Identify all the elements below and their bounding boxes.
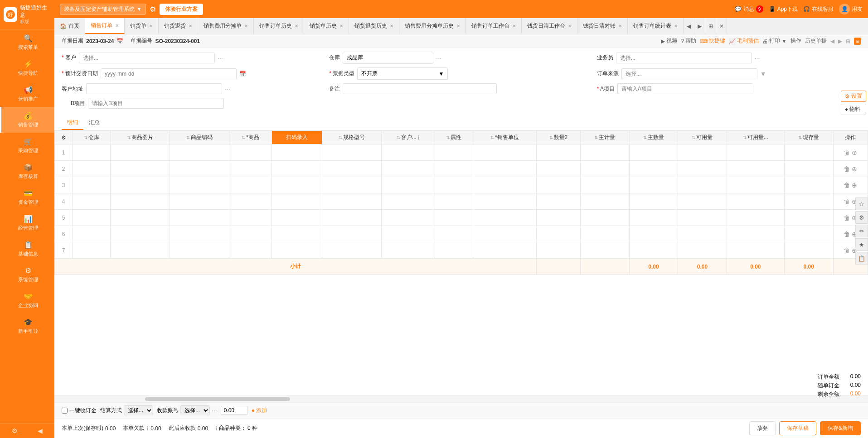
cell-main-qty[interactable]	[629, 161, 678, 177]
delete-row-icon[interactable]: 🗑	[844, 231, 850, 238]
delete-row-icon[interactable]: 🗑	[844, 247, 850, 254]
cell-available-qty2[interactable]	[727, 210, 784, 226]
tab-close-icon[interactable]: ✕	[674, 24, 678, 29]
cell-customer-code[interactable]	[382, 242, 435, 259]
cell-attr[interactable]	[435, 161, 473, 177]
tab-summary[interactable]: 汇总	[83, 116, 105, 130]
cell-spec[interactable]	[322, 144, 382, 161]
cell-available-qty2[interactable]	[727, 161, 784, 177]
sidebar-item-base-info[interactable]: 📋 基础信息	[0, 236, 54, 262]
cell-product-image[interactable]	[111, 193, 170, 210]
cell-customer-code[interactable]	[382, 226, 435, 242]
cell-attr[interactable]	[435, 193, 473, 210]
sidebar-item-system[interactable]: ⚙ 系统管理	[0, 262, 54, 288]
cell-product-image[interactable]	[111, 210, 170, 226]
cell-main-unit[interactable]	[581, 226, 630, 242]
cell-qty2[interactable]	[536, 226, 580, 242]
cell-product-code[interactable]	[170, 144, 229, 161]
cell-main-qty[interactable]	[629, 144, 678, 161]
cell-product-name[interactable]	[229, 226, 272, 242]
calendar-icon[interactable]: 📅	[116, 38, 123, 44]
system-selector[interactable]: 装备及固定资产辅助管理系统 ▼	[60, 4, 146, 15]
cell-current-qty[interactable]	[784, 177, 833, 193]
cell-attr[interactable]	[435, 242, 473, 259]
cell-sales-unit[interactable]	[473, 242, 536, 259]
salesperson-more-icon[interactable]: ···	[755, 54, 760, 62]
account-more-icon[interactable]: ···	[212, 407, 217, 414]
a-project-input[interactable]	[617, 83, 753, 94]
app-download-btn[interactable]: 📱 App下载	[769, 5, 798, 13]
salesperson-input[interactable]	[616, 53, 752, 63]
th-product-code[interactable]: ⇅商品编码	[170, 131, 229, 144]
remark-input[interactable]	[343, 83, 497, 94]
tab-close-icon[interactable]: ✕	[390, 24, 393, 29]
sidebar-item-finance[interactable]: 💳 资金管理	[0, 184, 54, 210]
cell-product-code[interactable]	[170, 242, 229, 259]
online-service-btn[interactable]: 🎧 在线客服	[803, 5, 834, 13]
cell-qty2[interactable]	[536, 177, 580, 193]
save-new-button[interactable]: 保存&新增	[820, 421, 861, 435]
add-material-btn[interactable]: + 物料	[841, 104, 866, 115]
cell-attr[interactable]	[435, 144, 473, 161]
help-btn[interactable]: ? 帮助	[681, 37, 696, 45]
cell-product-code[interactable]	[170, 226, 229, 242]
cell-product-image[interactable]	[111, 177, 170, 193]
th-attr[interactable]: ⇅属性	[435, 131, 473, 144]
cell-qty2[interactable]	[536, 242, 580, 259]
print-btn[interactable]: 🖨 打印 ▼	[762, 37, 787, 45]
cell-product-code[interactable]	[170, 210, 229, 226]
cell-current-qty[interactable]	[784, 210, 833, 226]
delete-row-icon[interactable]: 🗑	[844, 214, 850, 221]
cell-current-qty[interactable]	[784, 193, 833, 210]
th-spec[interactable]: ⇅规格型号	[322, 131, 382, 144]
cell-customer-code[interactable]	[382, 144, 435, 161]
sidebar-item-operations[interactable]: 📊 经营管理	[0, 210, 54, 236]
tab-close-icon[interactable]: ✕	[115, 23, 119, 28]
shortcut-btn[interactable]: ⌨ 快捷键	[700, 37, 725, 45]
cell-current-qty[interactable]	[784, 242, 833, 259]
cell-main-qty[interactable]	[629, 226, 678, 242]
tab-sales-expense[interactable]: 销售费用分摊单 ✕	[198, 18, 254, 34]
cell-main-unit[interactable]	[581, 177, 630, 193]
cell-available-qty[interactable]	[678, 177, 727, 193]
tab-invoice-history[interactable]: 销货单历史 ✕	[304, 18, 349, 34]
cell-main-unit[interactable]	[581, 193, 630, 210]
th-customer-code[interactable]: ⇅客户... ℹ	[382, 131, 435, 144]
horizontal-scrollbar[interactable]	[54, 395, 868, 402]
tab-close-icon[interactable]: ✕	[512, 24, 516, 29]
cell-available-qty2[interactable]	[727, 144, 784, 161]
cell-main-unit[interactable]	[581, 210, 630, 226]
delete-row-icon[interactable]: 🗑	[844, 182, 850, 189]
account-select[interactable]: 选择...	[180, 405, 210, 415]
cell-product-image[interactable]	[111, 144, 170, 161]
cell-main-qty[interactable]	[629, 193, 678, 210]
cell-warehouse[interactable]	[73, 177, 111, 193]
cell-customer-code[interactable]	[382, 161, 435, 177]
copy-row-icon[interactable]: ⊕	[852, 182, 857, 189]
cell-warehouse[interactable]	[73, 161, 111, 177]
cell-main-unit[interactable]	[581, 161, 630, 177]
cell-main-unit[interactable]	[581, 144, 630, 161]
cell-warehouse[interactable]	[73, 242, 111, 259]
settings-btn[interactable]: ⚙ ⚙ 设置 设置	[841, 91, 866, 102]
tab-home[interactable]: 🏠 首页	[54, 18, 85, 34]
tab-close-all-btn[interactable]: ✕	[716, 18, 727, 34]
float-btn-2[interactable]: ⚙	[855, 211, 868, 224]
order-source-input[interactable]	[621, 68, 757, 79]
cell-product-name[interactable]	[229, 193, 272, 210]
tab-sales-invoice[interactable]: 销货单 ✕	[125, 18, 159, 34]
copy-row-icon[interactable]: ⊕	[852, 149, 857, 156]
cell-available-qty2[interactable]	[727, 193, 784, 210]
cell-warehouse[interactable]	[73, 210, 111, 226]
tab-next-btn[interactable]: ▶	[694, 18, 705, 34]
cell-available-qty[interactable]	[678, 210, 727, 226]
user-btn[interactable]: 👤 用友	[839, 4, 863, 14]
cell-product-name[interactable]	[229, 210, 272, 226]
tab-close-icon[interactable]: ✕	[339, 24, 343, 29]
copy-row-icon[interactable]: ⊕	[852, 165, 857, 173]
customer-input[interactable]	[79, 53, 215, 63]
order-source-more-icon[interactable]: ▼	[760, 70, 766, 77]
cell-spec[interactable]	[322, 210, 382, 226]
warehouse-more-icon[interactable]: ···	[436, 54, 441, 62]
cell-product-image[interactable]	[111, 242, 170, 259]
